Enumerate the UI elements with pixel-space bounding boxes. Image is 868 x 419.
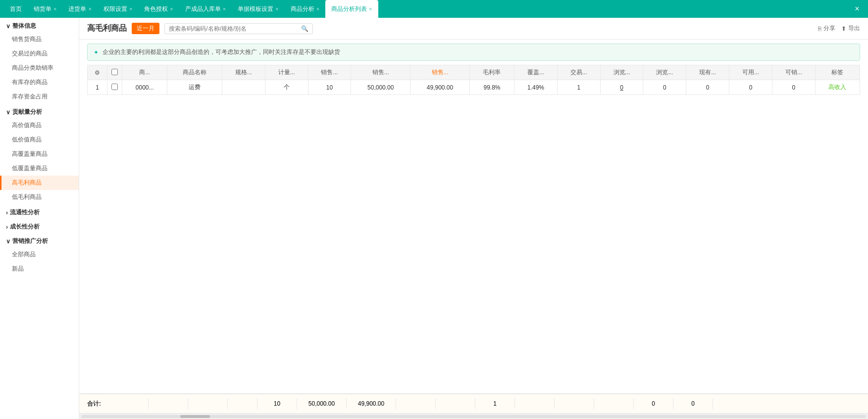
row-current: 0 [686,80,729,95]
row-check[interactable] [107,80,122,95]
chevron-down-icon: ∨ [6,23,10,30]
nav-product-stock[interactable]: 产成品入库单 × [179,0,232,18]
sidebar-item-all-goods[interactable]: 全部商品 [0,247,79,262]
row-transaction: 1 [557,80,600,95]
sidebar-item-high-coverage[interactable]: 高覆盖量商品 [0,147,79,161]
row-browse1[interactable]: 0 [600,80,643,95]
sidebar-item-low-margin[interactable]: 低毛利商品 [0,190,79,204]
footer-transaction: 1 [475,398,515,409]
sidebar-collapse-button[interactable]: ◀ [79,23,79,37]
close-role-tab[interactable]: × [170,0,173,18]
nav-purchase[interactable]: 进货单 × [62,0,97,18]
settings-icon: ⚙ [95,69,100,76]
window-close-button[interactable]: × [850,2,864,16]
footer-spacer-9 [594,398,634,409]
footer-available: 0 [634,398,673,409]
sidebar-item-new-goods[interactable]: 新品 [0,262,79,276]
table-header-row: ⚙ 商... 商品名称 规格... 计量... 销售... 销售... 销售..… [88,65,860,80]
col-header-spec[interactable]: 规格... [222,65,265,80]
sidebar-item-sales-goods[interactable]: 销售货商品 [0,32,79,47]
close-permissions-tab[interactable]: × [129,0,132,18]
footer-spacer-5 [396,398,436,409]
table-footer: 合计: 10 50,000.00 49,900.00 1 0 0 [79,393,868,413]
col-header-browse1[interactable]: 浏览... [600,65,643,80]
sidebar-item-category-rate[interactable]: 商品分类助销率 [0,61,79,75]
nav-analysis-list[interactable]: 商品分析列表 × [325,0,378,18]
sidebar-item-high-margin[interactable]: 高毛利商品 [0,176,79,190]
close-product-stock-tab[interactable]: × [223,0,226,18]
export-button[interactable]: ⬆ 导出 [841,24,860,33]
nav-permissions[interactable]: 权限设置 × [98,0,138,18]
nav-home[interactable]: 首页 [4,0,28,18]
header-actions: ⎘ 分享 ⬆ 导出 [818,24,860,33]
col-header-tag[interactable]: 标签 [815,65,860,80]
footer-sales2: 50,000.00 [297,398,347,409]
col-header-unit[interactable]: 计量... [265,65,308,80]
nav-sales[interactable]: 销货单 × [28,0,62,18]
col-header-browse2[interactable]: 浏览... [643,65,686,80]
row-tag: 高收入 [815,80,860,95]
col-header-sellable[interactable]: 可销... [772,65,815,80]
col-header-check[interactable] [107,65,122,80]
row-browse2: 0 [643,80,686,95]
select-all-checkbox[interactable] [111,69,118,75]
close-purchase-tab[interactable]: × [88,0,91,18]
close-analysis-list-tab[interactable]: × [369,0,372,18]
nav-analysis[interactable]: 商品分析 × [285,0,325,18]
search-icon[interactable]: 🔍 [301,25,308,32]
close-analysis-tab[interactable]: × [316,0,319,18]
footer-spacer-1 [109,398,149,409]
footer-spacer-7 [515,398,555,409]
col-header-margin[interactable]: 毛利率 [469,65,514,80]
share-icon: ⎘ [818,25,821,32]
col-header-code[interactable]: 商... [122,65,167,80]
sidebar-item-traded-goods[interactable]: 交易过的商品 [0,47,79,61]
row-sales2: 50,000.00 [351,80,410,95]
col-header-name[interactable]: 商品名称 [167,65,222,80]
col-header-sales1[interactable]: 销售... [308,65,351,80]
sidebar-group-overall[interactable]: ∨ 整体信息 [0,18,79,32]
col-header-current[interactable]: 现有... [686,65,729,80]
row-code: 0000... [122,80,167,95]
export-icon: ⬆ [841,25,846,32]
bottom-scrollbar[interactable] [79,413,868,419]
col-header-available[interactable]: 可用... [729,65,772,80]
col-header-sales2[interactable]: 销售... [351,65,410,80]
sidebar-group-contribution[interactable]: ∨ 贡献量分析 [0,104,79,118]
sidebar-item-high-value[interactable]: 高价值商品 [0,118,79,133]
sidebar-item-low-coverage[interactable]: 低覆盖量商品 [0,161,79,176]
sidebar-item-stock-funds[interactable]: 库存资金占用 [0,90,79,104]
search-input[interactable] [169,25,301,32]
close-template-tab[interactable]: × [275,0,278,18]
sidebar-item-low-value[interactable]: 低价值商品 [0,133,79,147]
date-filter-button[interactable]: 近一月 [132,23,159,34]
col-header-settings[interactable]: ⚙ [88,65,107,80]
info-icon: ✦ [94,49,99,56]
row-sellable: 0 [772,80,815,95]
sidebar: ◀ ∨ 整体信息 销售货商品 交易过的商品 商品分类助销率 有库存的商品 库存资… [0,18,79,419]
chevron-right-icon: › [6,209,8,216]
row-checkbox[interactable] [111,84,118,90]
nav-role-auth[interactable]: 角色授权 × [138,0,179,18]
share-button[interactable]: ⎘ 分享 [818,24,835,33]
table-container: ⚙ 商... 商品名称 规格... 计量... 销售... 销售... 销售..… [79,65,868,393]
row-unit: 个 [265,80,308,95]
data-table: ⚙ 商... 商品名称 规格... 计量... 销售... 销售... 销售..… [87,65,860,95]
sidebar-group-growth[interactable]: › 成长性分析 [0,219,79,233]
nav-template[interactable]: 单据模板设置 × [232,0,284,18]
chevron-down-icon-3: ∨ [6,238,10,245]
scrollbar-thumb[interactable] [180,415,210,418]
col-header-transaction[interactable]: 交易... [557,65,600,80]
row-num: 1 [88,80,107,95]
sidebar-group-marketing[interactable]: ∨ 营销推广分析 [0,233,79,247]
close-sales-tab[interactable]: × [53,0,56,18]
chevron-down-icon-2: ∨ [6,109,10,116]
row-sales1: 10 [308,80,351,95]
footer-sales1: 10 [257,398,297,409]
col-header-coverage[interactable]: 覆盖... [514,65,558,80]
sidebar-item-stocked-goods[interactable]: 有库存的商品 [0,75,79,90]
row-margin: 99.8% [469,80,514,95]
search-box: 🔍 [164,23,313,34]
sidebar-group-liquidity[interactable]: › 流通性分析 [0,204,79,219]
col-header-sales3[interactable]: 销售... [410,65,470,80]
